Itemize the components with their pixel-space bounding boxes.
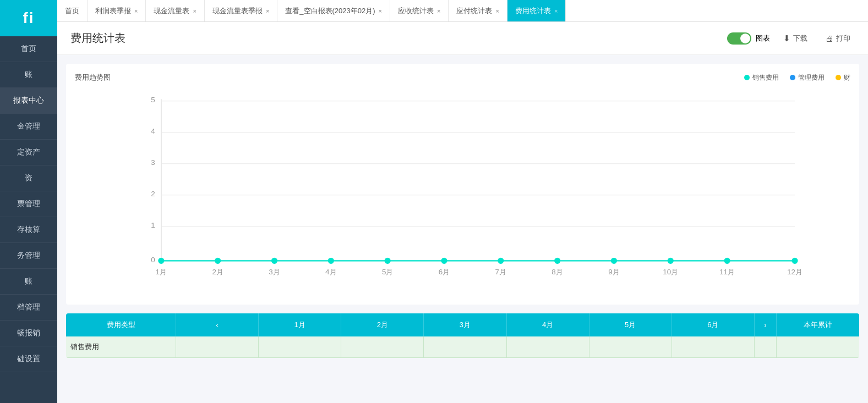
th-type: 费用类型 bbox=[66, 313, 176, 336]
page-title: 费用统计表 bbox=[70, 31, 125, 46]
tab-profit[interactable]: 利润表季报 × bbox=[88, 0, 146, 21]
data-point bbox=[385, 258, 391, 264]
data-point bbox=[215, 258, 221, 264]
sidebar-item-home[interactable]: 首页 bbox=[0, 36, 57, 62]
th-nav-next[interactable]: › bbox=[755, 313, 777, 336]
close-icon[interactable]: × bbox=[266, 8, 269, 14]
close-icon[interactable]: × bbox=[134, 8, 138, 14]
chart-toggle-label: 图表 bbox=[756, 34, 770, 43]
download-button[interactable]: ⬇ 下载 bbox=[779, 31, 812, 46]
tab-bar: 首页 利润表季报 × 现金流量表 × 现金流量表季报 × 查看_空白报表(202… bbox=[57, 0, 868, 22]
legend-dot-sales bbox=[744, 75, 750, 80]
header-actions: 图表 ⬇ 下载 🖨 打印 bbox=[727, 31, 855, 46]
legend-sales: 销售费用 bbox=[744, 73, 779, 82]
main-area: 首页 利润表季报 × 现金流量表 × 现金流量表季报 × 查看_空白报表(202… bbox=[57, 0, 868, 403]
data-point bbox=[668, 258, 674, 264]
tab-cashflow[interactable]: 现金流量表 × bbox=[146, 0, 204, 21]
chart-toggle-container: 图表 bbox=[727, 32, 770, 45]
sidebar-item-tickets[interactable]: 票管理 bbox=[0, 191, 57, 217]
close-icon[interactable]: × bbox=[437, 8, 440, 14]
td-val-3 bbox=[424, 336, 506, 357]
data-point bbox=[271, 258, 277, 264]
svg-text:9月: 9月 bbox=[608, 268, 619, 276]
svg-text:0: 0 bbox=[151, 256, 155, 264]
th-month3: 3月 bbox=[424, 313, 506, 336]
page-content: 费用统计表 图表 ⬇ 下载 🖨 打印 bbox=[57, 22, 868, 403]
svg-text:5月: 5月 bbox=[382, 268, 393, 276]
th-month5: 5月 bbox=[589, 313, 672, 336]
svg-text:3: 3 bbox=[151, 158, 155, 167]
td-val-1 bbox=[259, 336, 341, 357]
data-point bbox=[791, 258, 798, 264]
data-point bbox=[498, 258, 504, 264]
svg-text:10月: 10月 bbox=[663, 268, 678, 276]
svg-text:11月: 11月 bbox=[719, 268, 735, 276]
svg-text:1: 1 bbox=[151, 221, 155, 229]
data-point bbox=[158, 258, 164, 264]
prev-month-button[interactable]: ‹ bbox=[216, 321, 219, 329]
svg-text:8月: 8月 bbox=[552, 268, 563, 276]
sidebar-item-investment[interactable]: 资 bbox=[0, 165, 57, 191]
th-month6: 6月 bbox=[672, 313, 755, 336]
sidebar-item-inventory[interactable]: 存核算 bbox=[0, 217, 57, 243]
svg-text:5: 5 bbox=[151, 96, 155, 104]
td-val-4 bbox=[507, 336, 589, 357]
svg-text:6月: 6月 bbox=[439, 268, 450, 276]
th-nav-prev[interactable]: ‹ bbox=[176, 313, 259, 336]
th-month2: 2月 bbox=[341, 313, 424, 336]
next-month-button[interactable]: › bbox=[764, 321, 767, 329]
tab-blank-report[interactable]: 查看_空白报表(2023年02月) × bbox=[277, 0, 390, 21]
line-chart-svg: 5 4 3 2 1 0 bbox=[75, 87, 850, 296]
svg-text:3月: 3月 bbox=[269, 268, 280, 276]
data-table: 费用类型 ‹ 1月 2月 3月 4月 5月 bbox=[66, 313, 859, 358]
chart-title: 费用趋势图 bbox=[75, 73, 111, 82]
sidebar-item-reports[interactable]: 报表中心 bbox=[0, 88, 57, 114]
data-point bbox=[441, 258, 447, 264]
sidebar-item-cash[interactable]: 金管理 bbox=[0, 114, 57, 140]
close-icon[interactable]: × bbox=[379, 8, 382, 14]
td-val-2 bbox=[341, 336, 424, 357]
tab-cashflow-quarterly[interactable]: 现金流量表季报 × bbox=[205, 0, 277, 21]
print-button[interactable]: 🖨 打印 bbox=[821, 31, 855, 46]
chart-header: 费用趋势图 销售费用 管理费用 财 bbox=[75, 73, 850, 82]
svg-text:2月: 2月 bbox=[212, 268, 223, 276]
tab-receivable[interactable]: 应收统计表 × bbox=[390, 0, 449, 21]
close-icon[interactable]: × bbox=[554, 8, 558, 14]
table-row: 销售费用 bbox=[66, 336, 859, 358]
svg-text:7月: 7月 bbox=[495, 268, 506, 276]
tab-home[interactable]: 首页 bbox=[57, 0, 88, 21]
td-ytd bbox=[777, 336, 859, 357]
svg-text:2: 2 bbox=[151, 190, 155, 198]
sidebar-item-settings[interactable]: 础设置 bbox=[0, 346, 57, 372]
tab-payable[interactable]: 应付统计表 × bbox=[449, 0, 507, 21]
svg-text:4月: 4月 bbox=[325, 268, 336, 276]
table-header: 费用类型 ‹ 1月 2月 3月 4月 5月 bbox=[66, 313, 859, 336]
close-icon[interactable]: × bbox=[193, 8, 196, 14]
chart-section: 费用趋势图 销售费用 管理费用 财 bbox=[66, 64, 859, 305]
sidebar-item-account[interactable]: 账 bbox=[0, 62, 57, 88]
chart-legend: 销售费用 管理费用 财 bbox=[744, 73, 850, 82]
th-month1: 1月 bbox=[259, 313, 341, 336]
data-point bbox=[724, 258, 730, 264]
svg-text:12月: 12月 bbox=[787, 268, 803, 276]
download-icon: ⬇ bbox=[783, 34, 790, 43]
data-point bbox=[554, 258, 560, 264]
legend-dot-finance bbox=[836, 75, 841, 80]
td-empty-nav bbox=[176, 336, 259, 357]
data-point bbox=[611, 258, 617, 264]
chart-toggle[interactable] bbox=[727, 32, 751, 45]
close-icon[interactable]: × bbox=[495, 8, 499, 14]
data-point bbox=[328, 258, 334, 264]
sidebar-item-expense[interactable]: 畅报销 bbox=[0, 321, 57, 346]
sidebar-item-ledger[interactable]: 账 bbox=[0, 269, 57, 295]
sidebar-item-archives[interactable]: 档管理 bbox=[0, 295, 57, 321]
print-icon: 🖨 bbox=[825, 34, 833, 43]
legend-dot-admin bbox=[790, 75, 795, 80]
td-empty-nav2 bbox=[755, 336, 777, 357]
page-header: 费用统计表 图表 ⬇ 下载 🖨 打印 bbox=[57, 22, 868, 55]
sidebar-item-assets[interactable]: 定资产 bbox=[0, 140, 57, 165]
td-type: 销售费用 bbox=[66, 336, 176, 357]
svg-text:1月: 1月 bbox=[156, 268, 167, 276]
sidebar-item-services[interactable]: 务管理 bbox=[0, 243, 57, 269]
tab-expense-stats[interactable]: 费用统计表 × bbox=[507, 0, 566, 21]
